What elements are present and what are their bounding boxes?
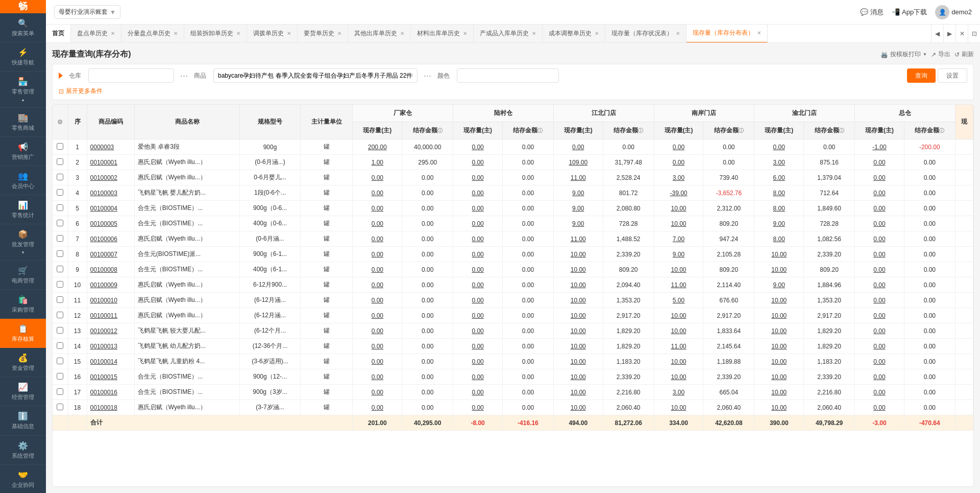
tab-close-current-warehouse[interactable]: ✕ <box>676 31 680 36</box>
info-icon-5[interactable]: ⓘ <box>839 128 844 133</box>
sidebar-item-ecommerce[interactable]: 🛒 电商管理 <box>0 261 46 290</box>
nav-next-btn[interactable]: ▶ <box>943 25 955 43</box>
tab-close-branch-count[interactable]: ✕ <box>174 31 178 36</box>
td-checkbox[interactable] <box>53 339 68 354</box>
goods-input[interactable] <box>213 68 418 83</box>
td-checkbox[interactable] <box>53 231 68 247</box>
nav-tab-assembly[interactable]: 组装拆卸单历史 ✕ <box>184 25 247 43</box>
td-checkbox[interactable] <box>53 262 68 277</box>
row-checkbox[interactable] <box>57 189 63 196</box>
tab-close-order-request[interactable]: ✕ <box>337 31 341 36</box>
info-icon-2[interactable]: ⓘ <box>537 128 543 133</box>
sidebar-item-purchase[interactable]: 🛍️ 采购管理 <box>0 290 46 319</box>
refresh-btn[interactable]: ↺ 刷新 <box>954 50 974 59</box>
tab-close-cost-adjust[interactable]: ✕ <box>595 31 599 36</box>
row-checkbox[interactable] <box>57 388 63 395</box>
app-download-btn[interactable]: 📲 App下载 <box>892 8 927 17</box>
tab-close-material-out[interactable]: ✕ <box>463 31 467 36</box>
sidebar-item-basic[interactable]: ℹ️ 基础信息 <box>0 406 46 435</box>
query-button[interactable]: 查询 <box>907 68 936 83</box>
tab-close-assembly[interactable]: ✕ <box>236 31 240 36</box>
sidebar-item-system[interactable]: ⚙️ 系统管理 <box>0 436 46 465</box>
nav-close-btn[interactable]: ✕ <box>955 25 968 43</box>
nav-tab-inventory-count[interactable]: 盘点单历史 ✕ <box>71 25 121 43</box>
color-input[interactable] <box>457 68 559 83</box>
nav-tab-material-out[interactable]: 材料出库单历史 ✕ <box>411 25 474 43</box>
td-checkbox[interactable] <box>53 247 68 262</box>
nav-tab-current-warehouse[interactable]: 现存量（库存状况表） ✕ <box>605 25 687 43</box>
row-checkbox[interactable] <box>57 281 63 288</box>
nav-tab-transfer[interactable]: 调拨单历史 ✕ <box>247 25 298 43</box>
row-checkbox[interactable] <box>57 143 63 150</box>
td-checkbox[interactable] <box>53 369 68 385</box>
td-checkbox[interactable] <box>53 155 68 170</box>
sidebar-item-inventory[interactable]: 📋 库存核算 <box>0 319 46 348</box>
nav-expand-btn[interactable]: ⊡ <box>968 25 980 43</box>
sidebar-item-retail-stats[interactable]: 📊 零售统计 <box>0 195 46 224</box>
sidebar-item-finance[interactable]: 💰 资金管理 <box>0 348 46 377</box>
row-checkbox[interactable] <box>57 266 63 272</box>
account-selector[interactable]: 母婴行业演示账套 ▼ <box>54 5 120 19</box>
expand-more-btn[interactable]: ⊡ 展开更多条件 <box>59 87 103 96</box>
warehouse-dots-btn[interactable]: ··· <box>178 71 190 81</box>
table-settings-icon[interactable]: ⚙ <box>57 119 63 126</box>
goods-dots-btn[interactable]: ··· <box>422 71 433 81</box>
print-btn[interactable]: 🖨️ 按模板打印 ▼ <box>880 50 927 59</box>
row-checkbox[interactable] <box>57 373 63 380</box>
td-checkbox[interactable] <box>53 308 68 323</box>
td-checkbox[interactable] <box>53 354 68 369</box>
info-icon-3[interactable]: ⓘ <box>638 128 643 133</box>
row-checkbox[interactable] <box>57 220 63 226</box>
row-checkbox[interactable] <box>57 312 63 318</box>
nav-tab-home[interactable]: 首页 <box>46 25 71 43</box>
info-icon-1[interactable]: ⓘ <box>437 128 443 133</box>
sidebar-item-search[interactable]: 🔍 搜索英单 <box>0 13 46 42</box>
row-checkbox[interactable] <box>57 342 63 349</box>
sidebar-item-enterprise[interactable]: 🤝 企业协同 <box>0 465 46 493</box>
td-checkbox[interactable] <box>53 400 68 415</box>
td-checkbox[interactable] <box>53 139 68 155</box>
td-checkbox[interactable] <box>53 170 68 185</box>
row-checkbox[interactable] <box>57 296 63 303</box>
row-checkbox[interactable] <box>57 158 63 165</box>
nav-tab-other-out[interactable]: 其他出库单历史 ✕ <box>348 25 411 43</box>
sidebar-item-wholesale[interactable]: 📦 批发管理 ▼ <box>0 224 46 260</box>
tab-close-transfer[interactable]: ✕ <box>287 31 291 36</box>
tab-close-current-dist[interactable]: ✕ <box>757 30 761 36</box>
td-checkbox[interactable] <box>53 293 68 308</box>
sidebar-item-member[interactable]: 👥 会员中心 <box>0 166 46 195</box>
sidebar-item-retail-store[interactable]: 🏬 零售商城 <box>0 108 46 137</box>
td-checkbox[interactable] <box>53 323 68 339</box>
tab-close-product-in[interactable]: ✕ <box>532 31 536 36</box>
row-checkbox[interactable] <box>57 250 63 257</box>
row-checkbox[interactable] <box>57 358 63 364</box>
tab-close-other-out[interactable]: ✕ <box>400 31 404 36</box>
th-settings[interactable]: ⚙ <box>53 105 68 139</box>
message-btn[interactable]: 💬 消息 <box>860 8 884 17</box>
settings-button[interactable]: 设置 <box>938 68 967 83</box>
row-checkbox[interactable] <box>57 404 63 410</box>
sidebar-item-marketing[interactable]: 📢 营销推广 <box>0 137 46 166</box>
nav-tab-branch-count[interactable]: 分量盘点单历史 ✕ <box>121 25 184 43</box>
nav-tab-cost-adjust[interactable]: 成本调整单历史 ✕ <box>543 25 605 43</box>
nav-prev-btn[interactable]: ◀ <box>931 25 943 43</box>
sidebar-item-operations[interactable]: 📈 经营管理 <box>0 377 46 406</box>
expand-triangle-icon[interactable] <box>59 73 63 79</box>
td-checkbox[interactable] <box>53 216 68 231</box>
td-checkbox[interactable] <box>53 385 68 400</box>
td-checkbox[interactable] <box>53 185 68 201</box>
row-checkbox[interactable] <box>57 204 63 211</box>
tab-close-inventory-count[interactable]: ✕ <box>111 31 115 36</box>
warehouse-input[interactable] <box>88 68 174 83</box>
user-area[interactable]: 👤 demo2 <box>935 5 972 19</box>
sidebar-item-retail-mgmt[interactable]: 🏪 零售管理 ▲ <box>0 72 46 107</box>
td-checkbox[interactable] <box>53 277 68 293</box>
row-checkbox[interactable] <box>57 235 63 242</box>
info-icon-4[interactable]: ⓘ <box>739 128 744 133</box>
row-checkbox[interactable] <box>57 174 63 180</box>
info-icon-6[interactable]: ⓘ <box>939 128 944 133</box>
nav-tab-product-in[interactable]: 产成品入库单历史 ✕ <box>474 25 543 43</box>
nav-tab-order-request[interactable]: 要货单历史 ✕ <box>298 25 348 43</box>
sidebar-item-nav[interactable]: ⚡ 快捷导航 <box>0 42 46 72</box>
td-checkbox[interactable] <box>53 201 68 216</box>
